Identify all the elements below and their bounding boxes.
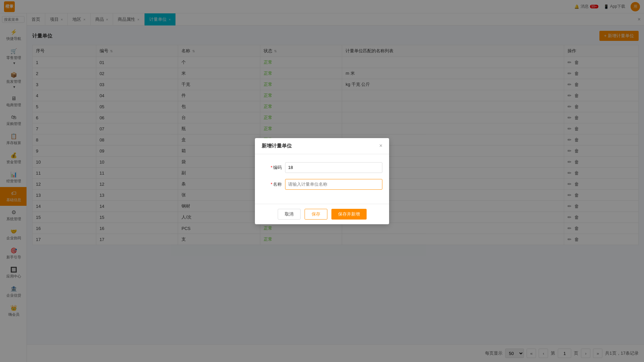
- name-label: *名称: [262, 181, 282, 187]
- name-input[interactable]: [285, 179, 382, 190]
- modal-title: 新增计量单位: [262, 143, 292, 149]
- save-button[interactable]: 保存: [305, 209, 327, 220]
- code-label: *编码: [262, 165, 282, 171]
- modal-body: *编码 *名称: [255, 154, 389, 204]
- required-mark: *: [271, 182, 272, 187]
- code-form-row: *编码: [262, 162, 382, 173]
- cancel-button[interactable]: 取消: [278, 209, 301, 220]
- modal-footer: 取消 保存 保存并新增: [255, 204, 389, 224]
- code-input[interactable]: [285, 162, 382, 173]
- required-mark: *: [271, 165, 272, 170]
- add-measure-unit-modal: 新增计量单位 × *编码 *名称 取消 保存 保存并新增: [255, 138, 389, 224]
- modal-header: 新增计量单位 ×: [255, 138, 389, 154]
- save-and-new-button[interactable]: 保存并新增: [331, 209, 367, 220]
- name-form-row: *名称: [262, 179, 382, 190]
- modal-close-button[interactable]: ×: [379, 143, 382, 149]
- modal-overlay: 新增计量单位 × *编码 *名称 取消 保存 保存并新增: [0, 0, 644, 362]
